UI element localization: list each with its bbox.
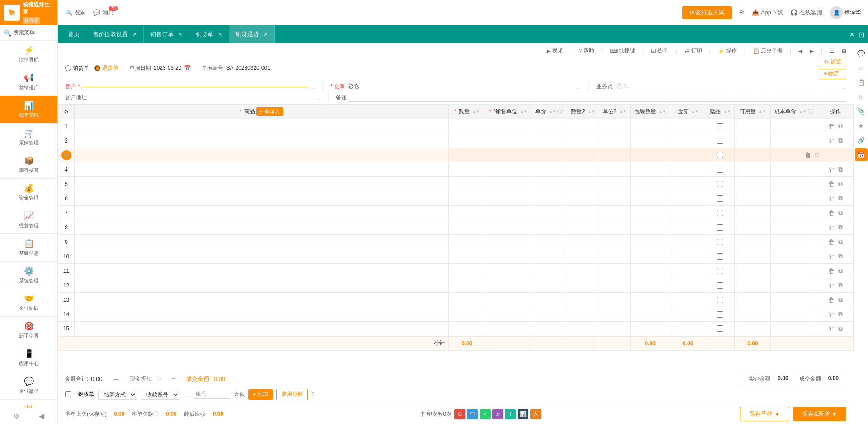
customer-input[interactable] <box>81 86 308 87</box>
copy-icon[interactable]: ⧉ <box>838 325 843 333</box>
tab-sale-delivery-close[interactable]: ✕ <box>218 31 222 38</box>
toolbar-operation[interactable]: ⚡ 操作 <box>718 47 737 55</box>
rp-btn-3[interactable]: 📋 <box>855 76 868 89</box>
one-click-checkbox[interactable] <box>65 391 71 397</box>
sidebar-item-inventory[interactable]: 📦 库存核算 <box>0 151 57 179</box>
amount-cell-1[interactable] <box>670 119 706 133</box>
available-cell-2[interactable] <box>735 133 771 148</box>
copy-row-1[interactable]: ⧉ <box>838 122 843 130</box>
add-payment-btn[interactable]: + 添加 <box>248 389 273 400</box>
cost-price-cell-1[interactable] <box>771 119 817 133</box>
calc-method-select[interactable]: 结算方式 <box>98 390 137 400</box>
trial-button[interactable]: 体验行业方案 <box>682 6 732 19</box>
delete-icon[interactable]: 🗑 <box>828 311 835 318</box>
sidebar-item-wechat[interactable]: 💬 企业微信 <box>0 372 57 400</box>
delete-icon[interactable]: 🗑 <box>828 325 835 332</box>
toolbar-help[interactable]: ? 帮助 <box>579 47 594 55</box>
sidebar-item-quick-nav[interactable]: ⚡ 快捷导航 <box>0 41 57 68</box>
add-row-button[interactable]: + <box>61 150 71 160</box>
copy-icon[interactable]: ⧉ <box>838 238 843 246</box>
delete-icon[interactable]: 🗑 <box>828 238 835 246</box>
add-logistics-btn[interactable]: + 物流 <box>819 69 846 79</box>
qty2-sort[interactable]: ▲▼ <box>588 110 595 114</box>
radio-return[interactable]: 退货单 <box>94 64 118 72</box>
user-profile[interactable]: 👤 徐泽华 <box>830 6 861 19</box>
amount-sort[interactable]: ▲▼ <box>691 110 698 114</box>
toolbar-video[interactable]: ▶ 视频 <box>547 47 563 55</box>
tab-sale-return-close[interactable]: ✕ <box>264 31 268 38</box>
delete-icon[interactable]: 🗑 <box>828 253 835 260</box>
salesperson-dots[interactable]: ... <box>841 83 846 90</box>
warehouse-value[interactable]: 总仓 <box>346 82 574 91</box>
rp-btn-4[interactable]: ⊞ <box>855 91 868 103</box>
gift-cell-3[interactable] <box>706 148 735 162</box>
copy-icon[interactable]: ⧉ <box>838 224 843 231</box>
customer-addr-dots[interactable]: ... <box>315 94 321 101</box>
sidebar-settings-btn[interactable]: ⚙ <box>13 412 19 420</box>
sales-unit-cell-1[interactable] <box>485 119 531 133</box>
fee-help-icon[interactable]: ? <box>311 391 315 398</box>
qty-cell-2[interactable] <box>449 133 485 148</box>
sales-unit-cell-2[interactable] <box>485 133 531 148</box>
product-cell-2[interactable] <box>75 133 449 148</box>
app-download[interactable]: 📥 App下载 <box>752 9 783 17</box>
sales-unit-sort[interactable]: ▲▼ <box>520 110 527 114</box>
calendar-icon[interactable]: 📅 <box>184 65 191 71</box>
tab-sale-delivery[interactable]: 销货单 ✕ <box>189 25 229 43</box>
fee-split-btn[interactable]: 费用分摊 <box>276 389 308 400</box>
gift-sort[interactable]: ▲▼ <box>724 110 731 114</box>
copy-row-2[interactable]: ⧉ <box>838 137 843 144</box>
unit2-sort[interactable]: ▲▼ <box>619 110 627 114</box>
remark-input[interactable] <box>349 93 846 102</box>
tab-sale-return[interactable]: 销货退货 ✕ <box>229 25 275 43</box>
tab-sale-price[interactable]: 售价提取设置 ✕ <box>86 25 144 43</box>
sidebar-item-member[interactable]: 👑 畅会员 <box>0 400 57 408</box>
toolbar-print[interactable]: 🖨 打印 <box>684 47 702 55</box>
qty2-cell-1[interactable] <box>567 119 599 133</box>
copy-icon[interactable]: ⧉ <box>838 252 843 260</box>
tab-sale-order[interactable]: 销售订单 ✕ <box>144 25 189 43</box>
gift-cell-1[interactable] <box>706 119 735 133</box>
radio-return-input[interactable] <box>94 65 100 71</box>
product-cell-1[interactable] <box>75 119 449 133</box>
delete-icon[interactable]: 🗑 <box>828 195 835 202</box>
gift-check-3[interactable] <box>717 152 723 158</box>
gift-check-2[interactable] <box>717 138 723 144</box>
pack-qty-cell-3[interactable] <box>631 148 670 162</box>
online-service[interactable]: 🎧 在线客服 <box>790 9 823 17</box>
gift-check-1[interactable] <box>717 123 723 129</box>
available-sort[interactable]: ▲▼ <box>759 110 766 114</box>
salesperson-input[interactable]: 选择... <box>614 82 840 91</box>
toolbar-view-list[interactable]: ☰ <box>830 48 835 54</box>
sidebar-item-app-center[interactable]: 📱 应用中心 <box>0 344 57 372</box>
delete-icon[interactable]: 🗑 <box>828 224 835 231</box>
radio-delivery-input[interactable] <box>65 65 71 71</box>
tab-home[interactable]: 首页 <box>61 25 86 43</box>
th-gear[interactable]: ⚙ <box>58 105 75 119</box>
copy-icon[interactable]: ⧉ <box>838 209 843 217</box>
pack-qty-sort[interactable]: ▲▼ <box>659 110 666 114</box>
save-draft-button[interactable]: 保存草稿 ▼ <box>740 407 790 421</box>
status-icon-4[interactable]: ♬ <box>492 409 503 419</box>
sidebar-item-finance[interactable]: 💰 资金管理 <box>0 179 57 206</box>
amount-cell-3[interactable] <box>670 148 706 162</box>
customer-dots[interactable]: ... <box>310 83 316 90</box>
status-icon-3[interactable]: ✓ <box>480 409 491 419</box>
cost-price-cell-2[interactable] <box>771 133 817 148</box>
copy-icon[interactable]: ⧉ <box>838 267 843 275</box>
topbar-search[interactable]: 🔍 搜索 <box>65 9 86 17</box>
delete-row-1[interactable]: 🗑 <box>828 123 835 130</box>
radio-delivery[interactable]: 销货单 <box>65 64 89 72</box>
sidebar-collapse-btn[interactable]: ◀ <box>39 412 44 420</box>
settings-form-btn[interactable]: ⚙ 设置 <box>819 57 846 67</box>
amount-cell-2[interactable] <box>670 133 706 148</box>
sales-unit-cell-3[interactable] <box>485 148 531 162</box>
tab-sale-price-close[interactable]: ✕ <box>132 31 137 38</box>
sidebar-item-enterprise[interactable]: 🤝 企业协同 <box>0 289 57 317</box>
price-cell-3[interactable] <box>531 148 567 162</box>
qty-cell-1[interactable] <box>449 119 485 133</box>
status-icon-7[interactable]: 人 <box>530 409 541 419</box>
restore-tabs-icon[interactable]: ⊡ <box>859 30 864 39</box>
pack-qty-cell-2[interactable] <box>631 133 670 148</box>
rp-btn-5[interactable]: 📎 <box>855 105 868 118</box>
